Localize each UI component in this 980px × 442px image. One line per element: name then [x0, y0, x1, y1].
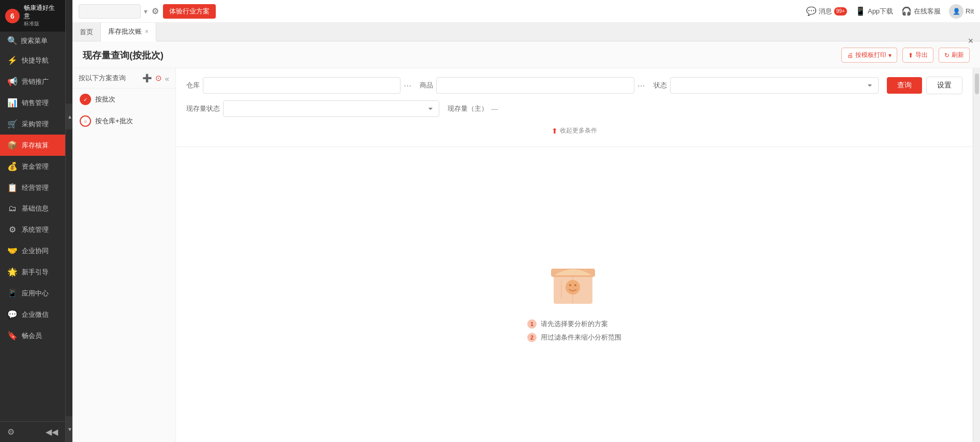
collapse-sidebar-icon[interactable]: ◀◀	[46, 427, 58, 437]
warehouse-more-icon[interactable]: ···	[404, 80, 411, 91]
online-service-action[interactable]: 🎧 在线客服	[901, 6, 941, 16]
page-content: 现存量查询(按批次) 🖨 按模板打印 ▾ ⬆ 导出 ↻ 刷新	[72, 41, 980, 442]
member-label: 畅会员	[22, 331, 42, 341]
sidebar-item-sales[interactable]: 📊 销售管理	[0, 92, 65, 113]
page-title: 现存量查询(按批次)	[83, 49, 164, 62]
page-header-actions: 🖨 按模板打印 ▾ ⬆ 导出 ↻ 刷新	[841, 48, 970, 63]
right-scrollbar[interactable]	[973, 68, 980, 442]
online-service-label: 在线客服	[914, 7, 941, 16]
topbar-search-area: ▾	[79, 4, 147, 19]
inventory-status-label: 现存量状态	[186, 104, 220, 113]
plan-item-warehouse-batch[interactable]: ○ 按仓库+批次	[72, 110, 175, 132]
plan-warehouse-batch-icon: ○	[80, 115, 91, 127]
headset-icon: 🎧	[901, 6, 912, 16]
tab-panel-close-icon[interactable]: ×	[961, 32, 980, 51]
enterprise-icon: 🤝	[7, 246, 18, 256]
tab-close-icon[interactable]: ×	[145, 28, 149, 35]
print-template-button[interactable]: 🖨 按模板打印 ▾	[841, 48, 897, 63]
username-label: Rit	[966, 7, 974, 15]
step-2-num: 2	[527, 333, 537, 342]
empty-steps: 1 请先选择要分析的方案 2 用过滤条件来缩小分析范围	[527, 319, 621, 342]
member-icon: 🔖	[7, 331, 18, 341]
export-button[interactable]: ⬆ 导出	[902, 48, 933, 63]
main-area: ▾ ⚙ 体验行业方案 💬 消息 99+ 📱 App下载 🎧 在线客服 👤 Rit	[72, 0, 980, 442]
inventory-status-select[interactable]	[223, 100, 439, 117]
sidebar-item-business[interactable]: 📋 经营管理	[0, 177, 65, 198]
business-icon: 📋	[7, 183, 18, 193]
product-more-icon[interactable]: ···	[637, 80, 645, 91]
sidebar-item-marketing[interactable]: 📢 营销推广	[0, 71, 65, 92]
collapse-more-label: 收起更多条件	[560, 126, 597, 135]
purchase-icon: 🛒	[7, 119, 18, 129]
plan-item-batch[interactable]: ✓ 按批次	[72, 89, 175, 110]
search-icon: 🔍	[7, 36, 18, 46]
product-filter-input[interactable]	[436, 77, 634, 94]
status-filter-select[interactable]	[670, 77, 879, 94]
enterprise-label: 企业协同	[22, 246, 49, 256]
plan-query-label: 按以下方案查询	[79, 73, 126, 83]
tab-inventory-batch[interactable]: 库存批次账 ×	[101, 23, 156, 41]
warehouse-filter-label: 仓库	[186, 81, 200, 90]
collapse-panel-button[interactable]: «	[165, 73, 169, 83]
app-download-action[interactable]: 📱 App下载	[855, 6, 893, 16]
sidebar-item-enterprise[interactable]: 🤝 企业协同	[0, 240, 65, 261]
filter-area: 仓库 ··· 商品 ··· 状态	[176, 68, 973, 147]
sidebar-item-finance[interactable]: 💰 资金管理	[0, 156, 65, 177]
sidebar-footer: ⚙ ◀◀	[0, 421, 65, 442]
sidebar-item-wechat[interactable]: 💬 企业微信	[0, 304, 65, 325]
sidebar-item-quick-nav[interactable]: ⚡ 快捷导航	[0, 50, 65, 71]
empty-step-2: 2 用过滤条件来缩小分析范围	[527, 333, 621, 342]
finance-label: 资金管理	[22, 162, 49, 171]
settings-button[interactable]: 设置	[926, 77, 962, 94]
sidebar-header-text: 畅康通好生意 标准版	[24, 4, 60, 27]
scrollbar-thumb	[975, 73, 979, 94]
sidebar-item-member[interactable]: 🔖 畅会员	[0, 325, 65, 346]
settings-footer-icon[interactable]: ⚙	[7, 427, 14, 437]
topbar-search-input[interactable]	[79, 4, 141, 19]
newbie-label: 新手引导	[22, 268, 49, 277]
topbar: ▾ ⚙ 体验行业方案 💬 消息 99+ 📱 App下载 🎧 在线客服 👤 Rit	[72, 0, 980, 23]
system-icon: ⚙	[7, 225, 18, 234]
tab-home[interactable]: 首页	[72, 23, 101, 41]
messages-action[interactable]: 💬 消息 99+	[806, 6, 847, 16]
step-1-num: 1	[527, 319, 537, 329]
add-plan-button[interactable]: ➕	[142, 73, 152, 83]
topbar-gear-button[interactable]: ⚙	[152, 6, 159, 16]
business-label: 经营管理	[22, 183, 49, 193]
step-2-text: 用过滤条件来缩小分析范围	[541, 333, 621, 342]
left-panel-header: 按以下方案查询 ➕ ⊙ «	[72, 68, 175, 89]
app-download-label: App下载	[868, 7, 893, 16]
quick-nav-icon: ⚡	[7, 55, 18, 65]
status-filter-field: 状态	[654, 77, 879, 94]
sidebar-item-app-center[interactable]: 📱 应用中心	[0, 283, 65, 304]
sales-label: 销售管理	[22, 98, 49, 108]
user-area[interactable]: 👤 Rit	[949, 4, 974, 19]
tabbar: 首页 库存批次账 × ×	[72, 23, 980, 41]
sidebar-item-inventory[interactable]: 📦 库存核算	[0, 135, 65, 156]
export-icon: ⬆	[908, 52, 913, 59]
collapse-more-button[interactable]: ⬆ 收起更多条件	[548, 123, 600, 138]
export-btn-label: 导出	[915, 51, 928, 60]
inventory-qty-filter-field: 现存量（主） —	[448, 104, 701, 113]
topbar-dropdown-button[interactable]: ▾	[144, 7, 147, 16]
inventory-qty-label: 现存量（主）	[448, 104, 488, 113]
inventory-label: 库存核算	[22, 141, 49, 150]
finance-icon: 💰	[7, 161, 18, 171]
messages-label: 消息	[819, 7, 832, 16]
content-split: 按以下方案查询 ➕ ⊙ « ✓ 按批次 ○ 按仓库+批次	[72, 68, 980, 442]
left-panel-header-actions: ➕ ⊙ «	[142, 73, 169, 83]
quick-nav-label: 快捷导航	[22, 56, 49, 65]
sidebar-search[interactable]: 🔍 搜索菜单	[0, 32, 65, 50]
trial-button[interactable]: 体验行业方案	[163, 4, 216, 19]
purchase-label: 采购管理	[22, 120, 49, 129]
sidebar-item-newbie[interactable]: 🌟 新手引导	[0, 261, 65, 283]
sidebar-item-system[interactable]: ⚙ 系统管理	[0, 219, 65, 240]
query-button[interactable]: 查询	[887, 77, 922, 94]
wechat-label: 企业微信	[22, 310, 49, 319]
sidebar-item-basic-info[interactable]: 🗂 基础信息	[0, 198, 65, 219]
plan-settings-button[interactable]: ⊙	[155, 73, 162, 83]
sidebar-item-purchase[interactable]: 🛒 采购管理	[0, 113, 65, 135]
sales-icon: 📊	[7, 98, 18, 108]
app-center-icon: 📱	[7, 288, 18, 298]
warehouse-filter-input[interactable]	[203, 77, 400, 94]
